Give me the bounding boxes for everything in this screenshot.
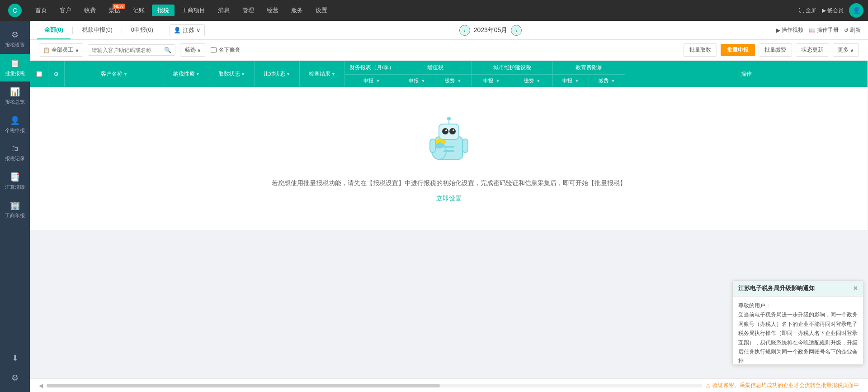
sidebar-item-annual-settlement[interactable]: 📑 汇算清缴 [0, 167, 30, 195]
th-financial-declare: 申报 ▼ [345, 75, 399, 87]
th-urban-pay: 缴费 ▼ [512, 75, 552, 87]
employee-select[interactable]: 📋 全部员工 ∨ [39, 43, 83, 57]
tab-divider-2 [122, 27, 122, 34]
th-tax-type: 纳税性质 ▼ [164, 61, 209, 87]
nav-home[interactable]: 首页 [30, 5, 52, 16]
nav-message[interactable]: 消息 [212, 5, 235, 16]
th-financial-header: 财务报表（月/季） [345, 61, 399, 75]
more-btn[interactable]: 更多 ∨ [833, 43, 859, 57]
sidebar-item-settings[interactable]: ⚙ [0, 368, 30, 387]
annual-report-icon: 🏢 [10, 201, 20, 210]
bottom-bar: ◀ ⚠ 验证账密、采集信息均成功的企业才会流转至批量报税页面中 [30, 378, 868, 392]
table-container: ⚙ 客户名称 ▼ 纳税性质 ▼ 取数状态 ▼ 比对状态 [30, 61, 868, 230]
nav-client[interactable]: 客户 [54, 5, 77, 16]
batch-declare-btn[interactable]: 批量申报 [721, 44, 755, 56]
svg-rect-3 [439, 124, 459, 139]
sidebar-item-personal-tax[interactable]: 👤 个税申报 [0, 111, 30, 139]
tax-overview-icon: 📊 [10, 87, 20, 97]
operation-video-btn[interactable]: ▶ 操作视频 [776, 26, 803, 34]
nav-menu: 首页 客户 收费 票据 NEW 记账 报税 工商项目 消息 管理 经营 服务 设… [30, 5, 799, 16]
annual-settlement-icon: 📑 [10, 172, 20, 182]
th-group-vat: 增值税 申报 ▼ 缴费 ▼ [399, 61, 472, 87]
refresh-icon: ↺ [844, 27, 849, 33]
nav-service[interactable]: 服务 [286, 5, 308, 16]
filter-icon-compare: ▼ [286, 72, 291, 76]
svg-point-9 [447, 117, 451, 120]
nav-ticket[interactable]: 票据 NEW [103, 5, 126, 16]
tab-tax-declaration[interactable]: 税款申报(0) [75, 21, 120, 39]
settings-icon: ⚙ [11, 373, 19, 383]
filter-icon-fetch: ▼ [241, 72, 245, 76]
member-btn[interactable]: ▶ 畅会员 [822, 7, 844, 14]
th-education-header: 教育费附加 [553, 61, 625, 75]
th-group-education: 教育费附加 申报 ▼ 缴费 ▼ [553, 61, 625, 87]
notification-close-btn[interactable]: × [854, 284, 858, 292]
sidebar-item-tax-records[interactable]: 🗂 报税记录 [0, 139, 30, 167]
status-update-btn[interactable]: 状态更新 [796, 43, 829, 57]
sidebar-item-batch-tax[interactable]: 📋 批量报税 [0, 54, 30, 81]
batch-pay-btn[interactable]: 批量缴费 [759, 43, 792, 57]
svg-point-5 [449, 128, 456, 134]
th-settings: ⚙ [48, 61, 65, 87]
scroll-left-btn[interactable]: ◀ [39, 382, 43, 389]
fullscreen-btn[interactable]: ⛶ 全屏 [799, 7, 816, 14]
th-vat-declare: 申报 ▼ [399, 75, 435, 87]
tab-zero-declaration[interactable]: 0申报(0) [124, 21, 160, 39]
top-right-actions: ⛶ 全屏 ▶ 畅会员 👤 [799, 3, 863, 18]
th-education-declare: 申报 ▼ [553, 75, 589, 87]
tab-all[interactable]: 全部(0) [37, 21, 71, 39]
nav-accounting[interactable]: 记账 [127, 5, 150, 16]
th-check-result: 检查结果 ▼ [300, 61, 345, 87]
sidebar-item-annual-report[interactable]: 🏢 工商年报 [0, 196, 30, 224]
prev-month-btn[interactable]: ‹ [459, 25, 470, 36]
search-wrap: 🔍 [88, 44, 175, 56]
fullscreen-icon: ⛶ [799, 7, 804, 14]
search-icon[interactable]: 🔍 [164, 47, 171, 53]
book-icon: 📖 [809, 27, 816, 33]
user-avatar[interactable]: 👤 [849, 3, 863, 18]
select-all-checkbox[interactable] [36, 71, 42, 77]
chevron-down-icon: ∨ [197, 47, 201, 53]
svg-point-7 [453, 129, 454, 131]
filter-icon-tax-type: ▼ [196, 72, 200, 76]
app-logo: C [5, 0, 25, 21]
th-vat-pay: 缴费 ▼ [435, 75, 471, 87]
filter-btn[interactable]: 筛选 ∨ [180, 43, 206, 57]
under-account-checkbox[interactable] [211, 47, 217, 53]
setup-link[interactable]: 立即设置 [436, 195, 462, 203]
nav-business[interactable]: 工商项目 [176, 5, 211, 16]
top-right-tabs-actions: ▶ 操作视频 📖 操作手册 ↺ 刷新 [776, 26, 861, 34]
svg-rect-15 [430, 139, 435, 153]
notification-header: 江苏电子税务局升级影响通知 × [733, 281, 863, 296]
batch-fetch-btn[interactable]: 批量取数 [684, 43, 717, 57]
th-urban-declare: 申报 ▼ [472, 75, 512, 87]
nav-operation[interactable]: 经营 [261, 5, 284, 16]
checkbox-label[interactable]: 名下账套 [211, 46, 241, 54]
next-month-btn[interactable]: › [511, 25, 522, 36]
notification-title: 江苏电子税务局升级影响通知 [738, 284, 815, 292]
horizontal-scroll[interactable] [47, 384, 702, 387]
sidebar-item-tax-settings[interactable]: ⚙ 报税设置 [0, 25, 30, 53]
nav-settings[interactable]: 设置 [310, 5, 333, 16]
empty-state: 若您想使用批量报税功能，请先在【报税设置】中进行报税的初始化设置，完成密码验证和… [30, 87, 868, 230]
warning-text: ⚠ 验证账密、采集信息均成功的企业才会流转至批量报税页面中 [706, 382, 859, 389]
region-selector[interactable]: 👤 江苏 ∨ [170, 24, 205, 36]
chevron-down-icon: ∨ [75, 47, 79, 53]
user-icon: 👤 [174, 27, 181, 33]
th-checkbox[interactable] [30, 61, 48, 87]
nav-manage[interactable]: 管理 [237, 5, 259, 16]
top-navigation: C 首页 客户 收费 票据 NEW 记账 报税 工商项目 消息 管理 经营 服务… [0, 0, 868, 21]
month-selector: ‹ 2023年05月 › [459, 25, 522, 36]
nav-fee[interactable]: 收费 [79, 5, 101, 16]
batch-tax-icon: 📋 [10, 58, 20, 68]
filter-icon-client: ▼ [123, 72, 128, 76]
refresh-btn[interactable]: ↺ 刷新 [844, 26, 861, 34]
nav-tax[interactable]: 报税 [152, 5, 175, 16]
scroll-thumb [47, 384, 440, 387]
sidebar-item-download[interactable]: ⬇ [0, 349, 30, 368]
svg-rect-18 [443, 150, 454, 152]
operation-manual-btn[interactable]: 📖 操作手册 [809, 26, 839, 34]
sidebar-item-tax-overview[interactable]: 📊 报税总览 [0, 82, 30, 110]
search-input[interactable] [92, 47, 164, 53]
sidebar: ⚙ 报税设置 📋 批量报税 📊 报税总览 👤 个税申报 🗂 报税记录 📑 汇算清… [0, 21, 30, 392]
